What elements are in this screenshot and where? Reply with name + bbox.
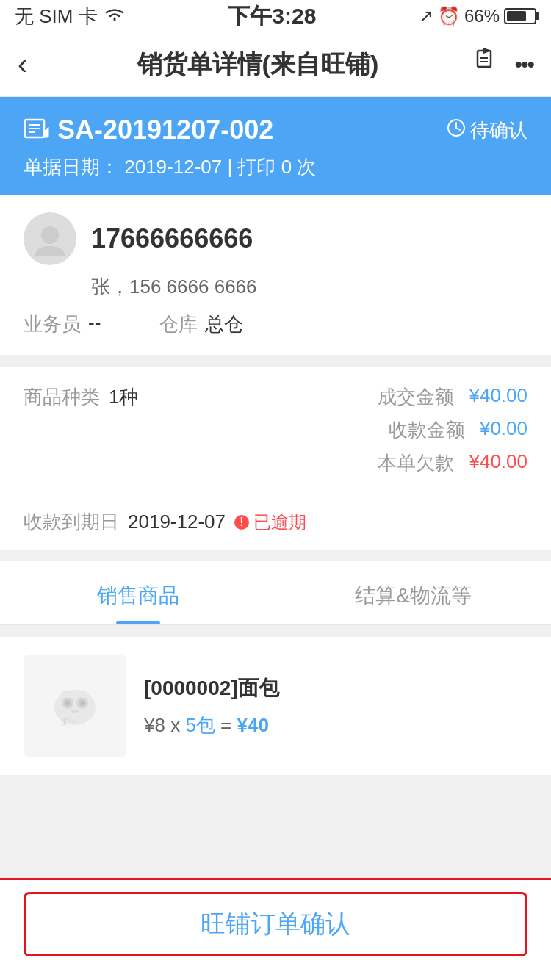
amount-row-1: 成交金额 ¥40.00 [378,384,527,410]
order-number: SA-20191207-002 [24,115,273,145]
sales-value: -- [88,311,101,337]
nav-bar: ‹ 销货单详情(来自旺铺) ••• [0,32,551,97]
product-info: [0000002]面包 ¥8 x 5包 = ¥40 [144,674,527,738]
svg-line-9 [456,128,460,130]
battery-icon [504,8,536,24]
order-status: 待确认 [447,118,527,143]
summary-left: 商品种类 1种 [24,384,138,410]
nav-actions: ••• [473,48,533,81]
status-right: ↗ ⏰ 66% [419,6,536,26]
order-header-top: SA-20191207-002 待确认 [24,115,527,145]
amount-row-3: 本单欠款 ¥40.00 [378,450,527,476]
customer-top: 17666666666 [24,212,527,265]
sales-label: 业务员 [24,311,81,337]
order-header: SA-20191207-002 待确认 单据日期： 2019-12-07 | 打… [0,97,551,195]
summary-right: 成交金额 ¥40.00 收款金额 ¥0.00 本单欠款 ¥40.00 [378,384,527,476]
share-icon[interactable] [473,48,500,81]
status-left: 无 SIM 卡 [15,4,126,29]
overdue-dot-icon: ! [234,515,249,530]
bottom-bar: 旺铺订单确认 [0,878,551,980]
product-image: 野+ [24,655,126,757]
price-text: ¥8 x [144,714,185,736]
tabs: 销售商品 结算&物流等 [0,561,551,625]
confirm-order-button[interactable]: 旺铺订单确认 [24,892,527,956]
equals-text: = [215,714,237,736]
product-type-value: 1种 [109,384,138,410]
tab-sales-products[interactable]: 销售商品 [0,561,276,624]
amount-value: ¥40.00 [469,384,527,410]
product-total: ¥40 [237,714,268,736]
alarm-icon: ⏰ [438,6,460,26]
product-name: [0000002]面包 [144,674,527,702]
svg-point-10 [41,226,59,244]
avatar [24,212,76,265]
order-icon [24,115,50,145]
customer-meta: 业务员 -- 仓库 总仓 [24,311,527,337]
status-time: 下午3:28 [228,1,316,32]
customer-name: 张，156 6666 6666 [24,274,527,300]
due-date-value: 2019-12-07 [128,511,226,533]
svg-point-16 [66,702,69,705]
status-bar: 无 SIM 卡 下午3:28 ↗ ⏰ 66% [0,0,551,32]
received-label: 收款金额 [389,417,465,443]
sales-item: 业务员 -- [24,311,101,337]
owed-value: ¥40.00 [469,450,527,476]
location-icon: ↗ [419,6,433,26]
overdue-badge: ! 已逾期 [234,511,306,534]
svg-point-17 [81,702,84,705]
customer-card: 17666666666 张，156 6666 6666 业务员 -- 仓库 总仓 [0,195,551,355]
more-icon[interactable]: ••• [514,52,533,77]
order-date-line: 单据日期： 2019-12-07 | 打印 0 次 [24,154,527,180]
product-type-label: 商品种类 [24,384,100,410]
battery-percent: 66% [464,6,500,26]
owed-label: 本单欠款 [378,450,454,476]
due-date-section: 收款到期日 2019-12-07 ! 已逾期 [0,494,551,550]
warehouse-label: 仓库 [159,311,198,337]
overdue-text: 已逾期 [253,511,306,534]
amount-label: 成交金额 [378,384,454,410]
summary-row: 商品种类 1种 成交金额 ¥40.00 收款金额 ¥0.00 本单欠款 ¥40.… [24,384,527,476]
due-date-label: 收款到期日 [24,509,119,535]
svg-text:野+: 野+ [62,717,76,727]
product-card: 野+ [0000002]面包 ¥8 x 5包 = ¥40 [0,637,551,775]
amount-row-2: 收款金额 ¥0.00 [389,417,527,443]
back-button[interactable]: ‹ [18,48,42,81]
carrier-text: 无 SIM 卡 [15,4,98,29]
warehouse-item: 仓库 总仓 [159,311,243,337]
product-qty: 5包 [185,714,215,736]
tab-settlement[interactable]: 结算&物流等 [276,561,551,624]
customer-phone: 17666666666 [91,223,253,254]
warehouse-value: 总仓 [205,311,243,337]
received-value: ¥0.00 [480,417,527,443]
clock-icon [447,118,466,143]
summary-section: 商品种类 1种 成交金额 ¥40.00 收款金额 ¥0.00 本单欠款 ¥40.… [0,367,551,494]
wifi-icon [104,5,126,28]
product-price: ¥8 x 5包 = ¥40 [144,713,527,738]
page-title: 销货单详情(来自旺铺) [42,48,473,82]
